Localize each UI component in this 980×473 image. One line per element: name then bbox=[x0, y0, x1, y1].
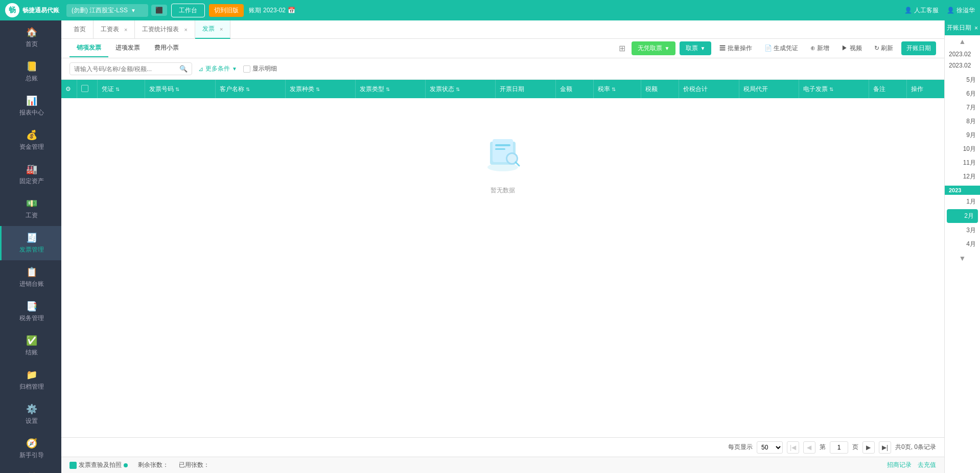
per-page-select[interactable]: 50 100 bbox=[757, 441, 783, 454]
th-invoice-status: 发票状态⇅ bbox=[426, 80, 496, 98]
show-detail-checkbox[interactable] bbox=[243, 65, 250, 73]
customer-sort-icon[interactable]: ⇅ bbox=[246, 86, 250, 92]
calendar-icon[interactable]: 📅 bbox=[288, 7, 295, 14]
th-remark: 备注 bbox=[869, 80, 907, 98]
th-ops: 操作 bbox=[907, 80, 944, 98]
more-filter-button[interactable]: ⊿ 更多条件 ▼ bbox=[198, 64, 237, 73]
tab-invoice-close[interactable]: × bbox=[220, 26, 223, 32]
period-month-5[interactable]: 5月 bbox=[945, 73, 980, 87]
invoice-status-sort-icon[interactable]: ⇅ bbox=[456, 86, 460, 92]
tab-salary-table[interactable]: 工资表 × bbox=[94, 20, 135, 39]
period-sidebar: 开账日期 × ▲ 2023.02 2023.02 5月 6月 7月 8月 9月 … bbox=[944, 20, 980, 473]
recruit-link[interactable]: 招商记录 bbox=[887, 461, 912, 469]
sidebar-item-archive[interactable]: 📁 归档管理 bbox=[0, 363, 61, 397]
page-input[interactable] bbox=[830, 441, 848, 454]
refresh-button[interactable]: ↻ 刷新 bbox=[870, 41, 897, 55]
period-month-6[interactable]: 6月 bbox=[945, 87, 980, 101]
period-month-11[interactable]: 11月 bbox=[945, 156, 980, 170]
tab-salary-stats-label: 工资统计报表 bbox=[142, 25, 179, 34]
period-month-1[interactable]: 1月 bbox=[945, 195, 980, 209]
sidebar-item-salary[interactable]: 💵 工资 bbox=[0, 192, 61, 226]
search-input-wrap[interactable]: 🔍 bbox=[69, 62, 192, 75]
sidebar-item-reports[interactable]: 📊 报表中心 bbox=[0, 89, 61, 123]
sidebar-item-settings[interactable]: ⚙️ 设置 bbox=[0, 397, 61, 432]
support-item[interactable]: 👤 人工客服 bbox=[904, 6, 939, 15]
period-month-4[interactable]: 4月 bbox=[945, 237, 980, 251]
take-ticket-dropdown-icon: ▼ bbox=[700, 46, 705, 51]
prev-page-button[interactable]: ◀ bbox=[803, 441, 815, 454]
recharge-link[interactable]: 去充值 bbox=[918, 461, 936, 469]
video-button[interactable]: ▶ 视频 bbox=[837, 41, 866, 55]
salary-icon: 💵 bbox=[26, 198, 37, 209]
period-sidebar-header[interactable]: 开账日期 × bbox=[945, 20, 980, 35]
sidebar-label-ledger: 总账 bbox=[26, 74, 38, 83]
used-label: 已用张数： bbox=[179, 461, 209, 469]
period-month-12[interactable]: 12月 bbox=[945, 170, 980, 184]
invoice-no-sort-icon[interactable]: ⇅ bbox=[175, 86, 179, 92]
th-invoice-type: 发票种类⇅ bbox=[285, 80, 355, 98]
tab-invoice[interactable]: 发票 × bbox=[195, 20, 230, 39]
batch-ops-button[interactable]: ☰ 批量操作 bbox=[715, 41, 756, 55]
open-period-button[interactable]: 开账日期 bbox=[901, 41, 936, 55]
search-input[interactable] bbox=[74, 65, 176, 73]
th-settings[interactable]: ⚙ bbox=[61, 80, 77, 98]
period-month-9[interactable]: 9月 bbox=[945, 128, 980, 142]
select-all-checkbox[interactable] bbox=[81, 85, 88, 92]
sidebar-item-settle[interactable]: ✅ 结账 bbox=[0, 329, 61, 363]
period-sidebar-close-icon[interactable]: × bbox=[974, 25, 978, 32]
switch-version-button[interactable]: 切到旧版 bbox=[209, 4, 244, 17]
sidebar-item-home[interactable]: 🏠 首页 bbox=[0, 20, 61, 55]
no-voucher-button[interactable]: 无凭取票 ▼ bbox=[632, 41, 675, 55]
more-conditions-label: 更多条件 bbox=[205, 64, 230, 73]
period-month-8[interactable]: 8月 bbox=[945, 115, 980, 128]
invoice-check-checkbox[interactable] bbox=[69, 462, 77, 469]
period-month-3[interactable]: 3月 bbox=[945, 223, 980, 237]
sidebar-item-member[interactable]: 👑 畅会员 bbox=[0, 466, 61, 473]
invoice-category-sort-icon[interactable]: ⇅ bbox=[386, 86, 390, 92]
sub-tab-sales-invoice[interactable]: 销项发票 bbox=[69, 39, 108, 57]
take-ticket-button[interactable]: 取票 ▼ bbox=[680, 41, 711, 55]
next-page-button[interactable]: ▶ bbox=[862, 441, 875, 454]
table-wrap: ⚙ 凭证⇅ 发票号码⇅ 客户名 bbox=[61, 80, 944, 437]
company-name: (勿删) 江西股宝-LSS bbox=[72, 6, 128, 15]
sub-tab-purchase-invoice[interactable]: 进项发票 bbox=[108, 39, 147, 57]
sub-tab-expense-receipt[interactable]: 费用小票 bbox=[147, 39, 186, 57]
gen-voucher-button[interactable]: 📄 生成凭证 bbox=[760, 41, 802, 55]
grid-view-icon[interactable]: ⊞ bbox=[617, 41, 627, 55]
copy-icon-btn[interactable]: ⬛ bbox=[151, 5, 167, 16]
period-month-7[interactable]: 7月 bbox=[945, 101, 980, 115]
gen-voucher-icon: 📄 bbox=[764, 44, 772, 52]
period-month-2[interactable]: 2月 bbox=[947, 209, 978, 223]
th-checkbox[interactable] bbox=[77, 80, 97, 98]
assets-icon: 🏭 bbox=[26, 164, 37, 175]
first-page-button[interactable]: |◀ bbox=[787, 441, 799, 454]
new-button[interactable]: ⊕ 新增 bbox=[806, 41, 833, 55]
tab-home-label: 首页 bbox=[74, 25, 86, 34]
sidebar-item-guide[interactable]: 🧭 新手引导 bbox=[0, 432, 61, 466]
sidebar-item-invoice[interactable]: 🧾 发票管理 bbox=[0, 226, 61, 260]
sidebar-item-sales[interactable]: 📋 进销台账 bbox=[0, 260, 61, 295]
tab-salary-stats-close[interactable]: × bbox=[184, 27, 187, 33]
tax-rate-sort-icon[interactable]: ⇅ bbox=[612, 86, 616, 92]
top-right: 👤 人工客服 👤 徐溢华 bbox=[904, 6, 975, 15]
more-filter-arrow-icon: ▼ bbox=[232, 66, 237, 72]
sidebar-item-assets[interactable]: 🏭 固定资产 bbox=[0, 157, 61, 192]
sidebar-item-ledger[interactable]: 📒 总账 bbox=[0, 55, 61, 89]
tab-home[interactable]: 首页 bbox=[66, 20, 94, 39]
sidebar-item-tax[interactable]: 📑 税务管理 bbox=[0, 295, 61, 329]
show-detail-checkbox-label[interactable]: 显示明细 bbox=[243, 64, 277, 73]
e-invoice-sort-icon[interactable]: ⇅ bbox=[829, 86, 833, 92]
user-item[interactable]: 👤 徐溢华 bbox=[947, 6, 975, 15]
company-selector[interactable]: (勿删) 江西股宝-LSS ▼ bbox=[66, 4, 148, 17]
voucher-sort-icon[interactable]: ⇅ bbox=[115, 86, 120, 92]
tab-salary-stats[interactable]: 工资统计报表 × bbox=[135, 20, 195, 39]
tab-bar: 首页 工资表 × 工资统计报表 × 发票 × bbox=[61, 20, 944, 39]
period-up-button[interactable]: ▲ bbox=[945, 35, 980, 48]
last-page-button[interactable]: ▶| bbox=[879, 441, 891, 454]
tab-salary-table-close[interactable]: × bbox=[124, 27, 127, 33]
invoice-type-sort-icon[interactable]: ⇅ bbox=[316, 86, 320, 92]
period-down-button[interactable]: ▼ bbox=[945, 252, 980, 264]
sidebar-item-funds[interactable]: 💰 资金管理 bbox=[0, 123, 61, 157]
workbench-button[interactable]: 工作台 bbox=[171, 4, 205, 17]
period-month-10[interactable]: 10月 bbox=[945, 142, 980, 156]
